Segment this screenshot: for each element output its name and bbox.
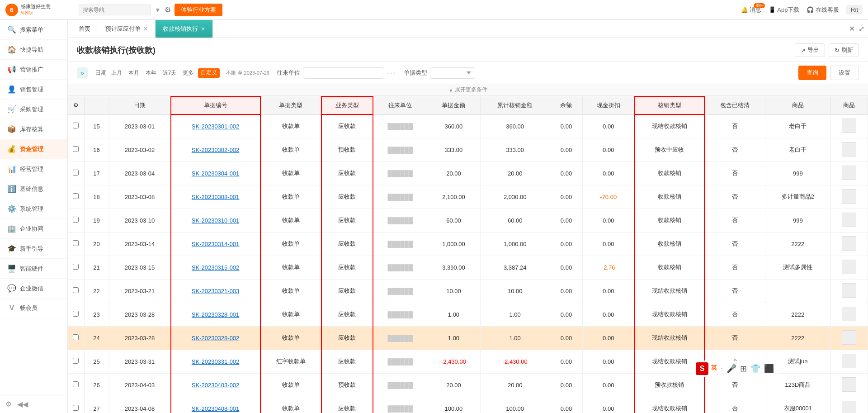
col-gear[interactable]: ⚙ xyxy=(68,96,84,114)
row-voucher-no[interactable]: SK-20230304-001 xyxy=(171,161,260,185)
sidebar-item-finance[interactable]: 💰 资金管理 xyxy=(0,139,67,159)
app-download-button[interactable]: 📱 App下载 xyxy=(769,6,799,14)
sidebar-item-member[interactable]: V 畅会员 xyxy=(0,299,67,318)
row-checkbox[interactable] xyxy=(68,397,84,413)
row-checkbox[interactable] xyxy=(68,232,84,256)
watermark-grid-icon[interactable]: ⊞ xyxy=(740,364,747,374)
table-row: 202023-03-14SK-20230314-001收款单应收款██████1… xyxy=(68,232,868,256)
row-checkbox[interactable] xyxy=(68,256,84,279)
row-voucher-type: 收款单 xyxy=(260,114,321,138)
row-amount: 333.00 xyxy=(427,138,481,161)
sidebar-item-wechat[interactable]: 💬 企业微信 xyxy=(0,279,67,299)
sidebar-item-marketing[interactable]: 📢 营销推广 xyxy=(0,60,67,80)
tab-receivable[interactable]: 预计应应付单 ✕ xyxy=(98,20,156,38)
row-checkbox[interactable] xyxy=(68,114,84,138)
sidebar-item-shortcuts[interactable]: 🏠 快捷导航 xyxy=(0,40,67,60)
sidebar-item-hardware[interactable]: 🖥️ 智能硬件 xyxy=(0,259,67,279)
row-partner: ██████ xyxy=(373,326,427,350)
chart-icon: 📊 xyxy=(7,165,16,173)
partner-filter-expand[interactable]: ··· xyxy=(387,68,396,78)
tab-writeoff-close[interactable]: ✕ xyxy=(201,26,205,32)
partner-filter-label: 往来单位 xyxy=(277,69,300,77)
row-voucher-no[interactable]: SK-20230315-002 xyxy=(171,256,260,279)
watermark-english-icon[interactable]: 英 xyxy=(711,364,717,374)
sidebar-item-system[interactable]: ⚙️ 系统管理 xyxy=(0,199,67,219)
sidebar-item-operations[interactable]: 📊 经营管理 xyxy=(0,159,67,179)
watermark-app-icon[interactable]: ⬛ xyxy=(764,364,774,374)
user-name[interactable]: Rit xyxy=(846,5,863,14)
row-voucher-no[interactable]: SK-20230403-002 xyxy=(171,373,260,397)
sidebar-item-guide[interactable]: 🎓 新手引导 xyxy=(0,239,67,259)
sidebar-item-search[interactable]: 🔍 搜索菜单 xyxy=(0,20,67,40)
row-date: 2023-03-31 xyxy=(109,350,171,373)
filter-settings-button[interactable]: 设置 xyxy=(830,66,859,80)
tab-home[interactable]: 首页 xyxy=(71,20,98,38)
online-service-button[interactable]: 🎧 在线客服 xyxy=(807,6,839,14)
sidebar-item-inventory[interactable]: 📦 库存核算 xyxy=(0,119,67,139)
row-voucher-no[interactable]: SK-20230328-002 xyxy=(171,326,260,350)
row-biz-type: 应收款 xyxy=(321,303,373,326)
row-writeoff-type: 现结收款核销 xyxy=(634,114,704,138)
date-this-year[interactable]: 本年 xyxy=(144,68,158,78)
row-checkbox[interactable] xyxy=(68,326,84,350)
row-checkbox[interactable] xyxy=(68,350,84,373)
row-voucher-no[interactable]: SK-20230328-001 xyxy=(171,303,260,326)
date-7days[interactable]: 近7天 xyxy=(161,68,179,78)
messages-button[interactable]: 🔔 消息 99+ xyxy=(741,6,762,14)
date-more[interactable]: 更多 xyxy=(181,68,195,78)
refresh-button[interactable]: ↻ 刷新 xyxy=(829,43,859,57)
tab-writeoff[interactable]: 收款核销执行 ✕ xyxy=(156,20,213,38)
row-goods: 老白干 xyxy=(765,114,830,138)
logo-badge: 标推版 xyxy=(21,10,51,16)
row-voucher-type: 收款单 xyxy=(260,185,321,209)
page-title: 收款核销执行(按收款) xyxy=(77,45,156,56)
row-checkbox[interactable] xyxy=(68,209,84,232)
date-custom-button[interactable]: 自定义 xyxy=(198,68,220,78)
partner-filter-input[interactable] xyxy=(303,67,384,79)
navigation-search[interactable] xyxy=(79,5,151,15)
row-voucher-no[interactable]: SK-20230302-002 xyxy=(171,138,260,161)
watermark-mic-icon[interactable]: 🎤 xyxy=(726,364,736,374)
row-voucher-no[interactable]: SK-20230314-001 xyxy=(171,232,260,256)
expand-more-bar[interactable]: ∨ 展开更多条件 xyxy=(68,84,868,96)
tab-maximize-button[interactable]: ⤢ xyxy=(859,24,864,33)
sidebar-settings-button[interactable]: ⚙ xyxy=(5,400,12,408)
row-checkbox[interactable] xyxy=(68,161,84,185)
date-this-month[interactable]: 本月 xyxy=(127,68,141,78)
row-partner: ██████ xyxy=(373,185,427,209)
settings-icon[interactable]: ⚙ xyxy=(165,5,171,14)
row-goods: 999 xyxy=(765,161,830,185)
gear-icon: ⚙️ xyxy=(7,204,16,213)
industry-solution-button[interactable]: 体验行业方案 xyxy=(175,4,222,16)
sidebar-item-purchase[interactable]: 🛒 采购管理 xyxy=(0,100,67,119)
row-voucher-no[interactable]: SK-20230321-003 xyxy=(171,279,260,303)
row-checkbox[interactable] xyxy=(68,185,84,209)
row-checkbox[interactable] xyxy=(68,303,84,326)
row-checkbox[interactable] xyxy=(68,373,84,397)
tab-close-window-button[interactable]: ✕ xyxy=(849,24,855,33)
row-voucher-no[interactable]: SK-20230331-002 xyxy=(171,350,260,373)
row-voucher-no[interactable]: SK-20230310-001 xyxy=(171,209,260,232)
row-checkbox[interactable] xyxy=(68,279,84,303)
voucher-type-select[interactable] xyxy=(430,67,475,79)
row-biz-type: 应收款 xyxy=(321,279,373,303)
row-checkbox[interactable] xyxy=(68,138,84,161)
money-icon: 💰 xyxy=(7,145,16,153)
row-voucher-no[interactable]: SK-20230408-001 xyxy=(171,397,260,413)
col-cash-discount: 现金折扣 xyxy=(583,96,634,114)
watermark-shirt-icon[interactable]: 👕 xyxy=(750,364,760,374)
tab-receivable-close[interactable]: ✕ xyxy=(143,26,148,32)
filter-expand-button[interactable]: » xyxy=(77,67,88,78)
row-voucher-no[interactable]: SK-20230308-001 xyxy=(171,185,260,209)
query-button[interactable]: 查询 xyxy=(798,66,826,80)
sidebar-item-enterprise[interactable]: 🏢 企业协同 xyxy=(0,219,67,239)
sidebar-collapse-button[interactable]: ◀◀ xyxy=(17,400,28,408)
date-last-month[interactable]: 上月 xyxy=(109,68,124,78)
export-button[interactable]: ↗ 导出 xyxy=(795,43,825,57)
sidebar-item-basics[interactable]: ℹ️ 基础信息 xyxy=(0,179,67,199)
row-writeoff-amount: 100.00 xyxy=(480,397,550,413)
watermark-dot-icon[interactable]: · xyxy=(721,364,723,374)
row-voucher-no[interactable]: SK-20230301-002 xyxy=(171,114,260,138)
sidebar-item-sales[interactable]: 👤 销售管理 xyxy=(0,80,67,100)
row-writeoff-type: 收款核销 xyxy=(634,209,704,232)
